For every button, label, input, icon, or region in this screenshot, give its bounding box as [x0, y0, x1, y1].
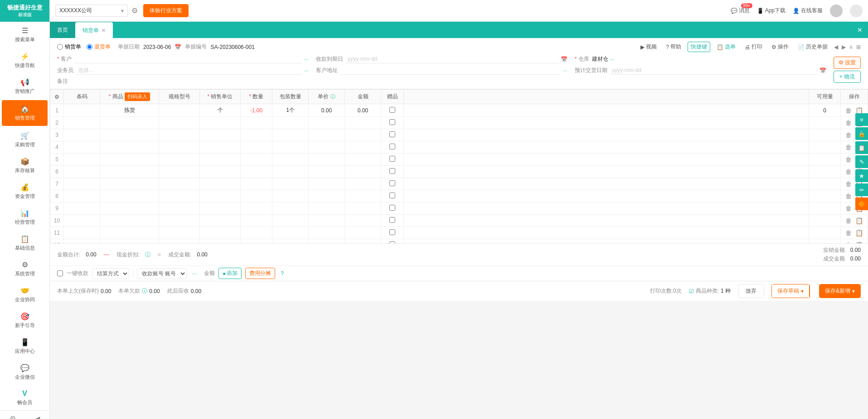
row-remark[interactable] — [404, 104, 809, 117]
row-amount[interactable] — [345, 141, 381, 154]
overdue-info-icon[interactable]: ⓘ — [142, 287, 147, 295]
quick-payment-checkbox[interactable] — [57, 270, 63, 276]
online-service-button[interactable]: 👤 在线客服 — [793, 7, 823, 14]
row-pack-qty[interactable]: 1个 — [272, 104, 309, 117]
row-remark[interactable] — [404, 190, 809, 202]
float-orange-btn[interactable]: 🔶 — [855, 197, 868, 210]
cash-discount-info-icon[interactable]: ⓘ — [145, 251, 150, 259]
row-pack-qty[interactable] — [272, 166, 309, 178]
sidebar-item-quick-nav[interactable]: ⚡ 快捷导航 — [0, 48, 49, 73]
row-unit[interactable] — [200, 190, 241, 202]
row-barcode[interactable] — [64, 202, 100, 215]
row-amount[interactable] — [345, 202, 381, 215]
row-spec[interactable] — [159, 202, 200, 215]
delete-row-button[interactable]: 🗑 — [845, 131, 852, 139]
sidebar-item-sales[interactable]: 🏠 销售管理 — [2, 100, 48, 126]
sidebar-item-marketing[interactable]: 📢 营销推广 — [0, 73, 49, 99]
delete-row-button[interactable]: 🗑 — [845, 193, 852, 200]
row-qty[interactable] — [241, 117, 272, 129]
save-new-button[interactable]: 保存&新增 ▾ — [820, 284, 860, 298]
add-payment-button[interactable]: ● 添加 — [218, 268, 242, 279]
row-product[interactable] — [100, 202, 159, 215]
avatar-placeholder[interactable] — [850, 5, 863, 17]
float-lock-btn[interactable]: 🔒 — [855, 127, 868, 140]
row-price[interactable] — [309, 141, 345, 154]
row-product[interactable]: 拣货 — [100, 104, 159, 117]
row-pack-qty[interactable] — [272, 190, 309, 202]
row-unit[interactable] — [200, 178, 241, 190]
sidebar-item-guide[interactable]: 🎯 新手引导 — [0, 308, 49, 333]
row-gift[interactable] — [381, 141, 404, 154]
topbar-gear-icon[interactable]: ⚙ — [131, 6, 138, 15]
row-barcode[interactable] — [64, 239, 100, 244]
row-barcode[interactable] — [64, 227, 100, 239]
float-note-btn[interactable]: 📋 — [855, 141, 868, 154]
row-unit[interactable] — [200, 239, 241, 244]
row-amount[interactable] — [345, 190, 381, 202]
copy-row-button[interactable]: 📋 — [855, 217, 863, 224]
row-amount[interactable] — [345, 178, 381, 190]
row-unit[interactable] — [200, 166, 241, 178]
row-barcode[interactable] — [64, 141, 100, 154]
row-product[interactable] — [100, 239, 159, 244]
avatar[interactable] — [830, 5, 843, 17]
row-amount[interactable] — [345, 117, 381, 129]
tab-close-icon[interactable]: ✕ — [102, 28, 106, 34]
expense-split-button[interactable]: 费用分摊 — [245, 268, 275, 279]
message-button[interactable]: 💬 消息 99+ — [731, 7, 750, 14]
sidebar-item-appstore[interactable]: 📱 应用中心 — [0, 333, 49, 359]
row-spec[interactable] — [159, 215, 200, 227]
row-qty[interactable] — [241, 239, 272, 244]
row-pack-qty[interactable] — [272, 178, 309, 190]
delete-row-button[interactable]: 🗑 — [845, 144, 852, 151]
row-product[interactable] — [100, 227, 159, 239]
delete-row-button[interactable]: 🗑 — [845, 119, 852, 126]
save-draft-button[interactable]: 保存草稿 ▾ — [772, 284, 810, 298]
tab-close-all-button[interactable]: ✕ — [857, 26, 863, 34]
receive-date-input[interactable] — [346, 55, 559, 63]
row-pack-qty[interactable] — [272, 227, 309, 239]
delete-row-button[interactable]: 🗑 — [845, 217, 852, 224]
account-more-icon[interactable]: ··· — [192, 270, 197, 277]
sidebar-item-operations[interactable]: 📊 经营管理 — [0, 204, 49, 230]
row-gift[interactable] — [381, 190, 404, 202]
row-remark[interactable] — [404, 239, 809, 244]
row-spec[interactable] — [159, 129, 200, 141]
customer-more-icon[interactable]: ··· — [304, 56, 309, 63]
col-settings[interactable]: ⚙ — [50, 90, 64, 104]
row-gift[interactable] — [381, 154, 404, 166]
row-pack-qty[interactable] — [272, 202, 309, 215]
row-spec[interactable] — [159, 154, 200, 166]
row-gift[interactable] — [381, 239, 404, 244]
sidebar-item-purchase[interactable]: 🛒 采购管理 — [0, 127, 49, 153]
expense-help-icon[interactable]: ? — [281, 270, 284, 277]
row-qty[interactable] — [241, 129, 272, 141]
row-pack-qty[interactable] — [272, 129, 309, 141]
row-barcode[interactable] — [64, 129, 100, 141]
row-remark[interactable] — [404, 215, 809, 227]
save-new-dropdown-icon[interactable]: ▾ — [852, 288, 855, 294]
row-remark[interactable] — [404, 154, 809, 166]
row-price[interactable] — [309, 117, 345, 129]
delete-row-button[interactable]: 🗑 — [845, 205, 852, 212]
radio-sales-order[interactable]: 销货单 — [57, 43, 81, 51]
toolbar-video-btn[interactable]: ▶ 视频 — [638, 42, 659, 52]
account-select[interactable]: 收款账号 账号 — [137, 268, 187, 279]
row-remark[interactable] — [404, 141, 809, 154]
row-spec[interactable] — [159, 190, 200, 202]
salesperson-input[interactable] — [76, 66, 302, 75]
row-qty[interactable] — [241, 178, 272, 190]
company-selector[interactable]: XXXXXX公司 ▾ — [55, 5, 128, 17]
row-unit[interactable] — [200, 227, 241, 239]
toolbar-shortcut-btn[interactable]: 快捷键 — [688, 42, 710, 52]
settings-icon[interactable]: ⚙ — [10, 414, 16, 419]
row-amount[interactable] — [345, 239, 381, 244]
float-list-btn[interactable]: ≡ — [855, 113, 868, 126]
row-unit[interactable] — [200, 117, 241, 129]
receive-date-calendar-icon[interactable]: 📅 — [561, 56, 567, 63]
nav-prev-icon[interactable]: ◀ — [834, 44, 838, 50]
app-download-button[interactable]: 📱 App下载 — [757, 7, 786, 14]
row-gift[interactable] — [381, 117, 404, 129]
row-product[interactable] — [100, 190, 159, 202]
row-amount[interactable]: 0.00 — [345, 104, 381, 117]
